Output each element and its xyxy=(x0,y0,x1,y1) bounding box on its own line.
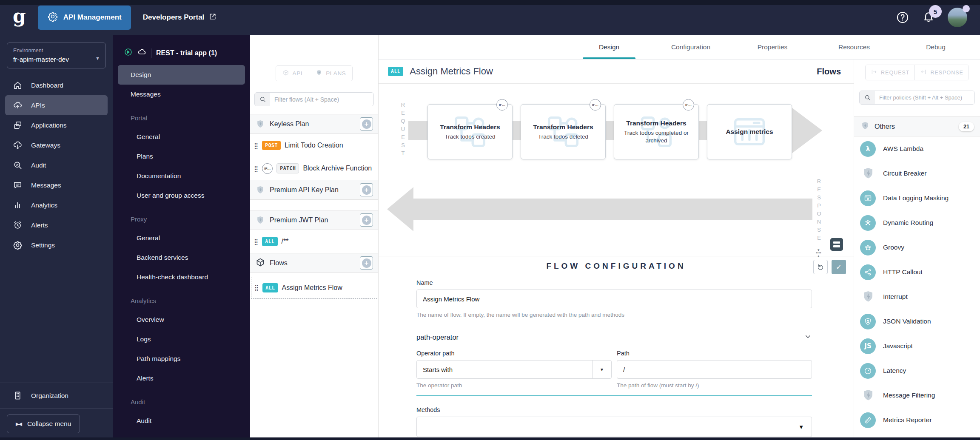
sidebar-item-settings[interactable]: Settings xyxy=(5,235,108,255)
policy-http-callout[interactable]: HTTP Callout xyxy=(854,260,980,284)
flow-configuration-title: FLOW CONFIGURATION xyxy=(379,261,854,271)
method-badge: POST xyxy=(262,141,281,150)
api-nav-item-user-and-group-access[interactable]: User and group access xyxy=(118,186,245,205)
sidebar-item-gateways[interactable]: Gateways xyxy=(5,135,108,155)
sidebar-item-dashboard[interactable]: Dashboard xyxy=(5,75,108,95)
api-nav-item-general[interactable]: General xyxy=(118,228,245,248)
cube-icon xyxy=(255,257,265,267)
flow-step-transform-headers-track-todos-deleted[interactable]: Transform HeadersTrack todos deletedIF… xyxy=(521,104,606,159)
sidebar-item-organization[interactable]: Organization xyxy=(5,386,108,406)
policy-circuit-breaker[interactable]: Circuit Breaker xyxy=(854,161,980,186)
policy-dynamic-routing[interactable]: Dynamic Routing xyxy=(854,210,980,235)
drag-handle-icon[interactable]: ⣿ xyxy=(254,165,258,171)
alarm-icon xyxy=(13,220,23,230)
notifications-button[interactable]: 5 xyxy=(922,10,935,25)
flow-step-assign-metrics[interactable]: Assign metrics xyxy=(707,104,792,159)
policies-filter xyxy=(859,91,975,105)
add-flow-button[interactable]: + xyxy=(360,213,373,227)
policy-latency[interactable]: Latency xyxy=(854,358,980,383)
flows-filter-input[interactable] xyxy=(270,93,373,106)
api-nav-item-messages[interactable]: Messages xyxy=(118,85,245,104)
tab-configuration[interactable]: Configuration xyxy=(658,35,723,59)
external-link-icon xyxy=(208,12,217,23)
user-menu[interactable] xyxy=(948,8,967,27)
shield-plan-icon xyxy=(255,119,265,129)
sidebar-item-label: Dashboard xyxy=(31,82,63,89)
add-flow-button[interactable]: + xyxy=(360,183,373,196)
collapse-menu-button[interactable]: ▶◀ Collapse menu xyxy=(7,414,80,433)
tab-properties[interactable]: Properties xyxy=(740,35,805,59)
tab-debug[interactable]: Debug xyxy=(903,35,968,59)
policy-name: Metrics Reporter xyxy=(883,416,932,424)
environment-select[interactable]: Environment fr-apim-master-dev ▼ xyxy=(7,43,106,68)
plans-toggle-button[interactable]: PLANS xyxy=(309,66,352,81)
plans-toggle-label: PLANS xyxy=(326,70,346,77)
api-nav-item-general[interactable]: General xyxy=(118,127,245,147)
drag-handle-icon[interactable]: ⣿ xyxy=(254,238,258,244)
methods-select[interactable]: ▼ xyxy=(416,417,812,437)
request-response-toggle: REQUEST RESPONSE xyxy=(865,65,969,80)
request-toggle-button[interactable]: REQUEST xyxy=(866,65,914,80)
gravitee-logo[interactable]: g xyxy=(13,8,26,25)
api-nav-item-audit[interactable]: Audit xyxy=(118,411,245,431)
policy-groovy[interactable]: Groovy xyxy=(854,235,980,260)
flow-item-assign-metrics-flow[interactable]: ⣿ALLAssign Metrics Flow xyxy=(251,276,378,299)
api-nav-item-health-check-dashboard[interactable]: Health-check dashboard xyxy=(118,267,245,287)
save-button[interactable]: ✓ xyxy=(832,260,846,274)
api-sync-icon xyxy=(137,48,146,58)
policy-metrics-reporter[interactable]: Metrics Reporter xyxy=(854,408,980,432)
policies-count-badge: 21 xyxy=(959,122,974,131)
sidebar-item-messages[interactable]: Messages xyxy=(5,175,108,195)
developers-portal-link[interactable]: Developers Portal xyxy=(143,12,217,23)
sidebar-item-apis[interactable]: APIs xyxy=(5,95,108,115)
api-nav-item-overview[interactable]: Overview xyxy=(118,310,245,329)
flow-item-block-archive-function[interactable]: ⣿IF…PATCHBlock Archive Function xyxy=(250,157,378,180)
reset-button[interactable] xyxy=(813,260,828,274)
flow-item-limit-todo-creation[interactable]: ⣿POSTLimit Todo Creation xyxy=(250,134,378,157)
shield-plan-icon xyxy=(255,185,265,195)
api-nav-item-path-mappings[interactable]: Path mappings xyxy=(118,349,245,369)
drag-handle-icon[interactable]: ⣿ xyxy=(254,142,258,148)
gear-icon xyxy=(13,240,23,250)
path-operator-expander[interactable]: path-operator xyxy=(416,332,812,342)
flow-step-transform-headers-track-todos-created[interactable]: Transform HeadersTrack todos createdIF… xyxy=(427,104,513,159)
api-nav-item-backend-services[interactable]: Backend services xyxy=(118,248,245,267)
help-button[interactable] xyxy=(896,11,909,24)
policy-aws-lambda[interactable]: λAWS Lambda xyxy=(854,136,980,161)
api-nav-item-documentation[interactable]: Documentation xyxy=(118,166,245,186)
path-input[interactable] xyxy=(617,360,812,379)
sidebar-item-analytics[interactable]: Analytics xyxy=(5,195,108,215)
policy-message-filtering[interactable]: Message Filtering xyxy=(854,383,980,408)
add-flow-button[interactable]: + xyxy=(360,256,373,270)
policies-filter-input[interactable] xyxy=(875,91,974,104)
sidebar-item-applications[interactable]: Applications xyxy=(5,115,108,135)
policy-interrupt[interactable]: Interrupt xyxy=(854,284,980,309)
api-nav-item-plans[interactable]: Plans xyxy=(118,147,245,166)
sidebar-item-audit[interactable]: Audit xyxy=(5,155,108,175)
api-management-button[interactable]: API Management xyxy=(38,6,131,30)
api-nav-item-alerts[interactable]: Alerts xyxy=(118,369,245,388)
section-divider xyxy=(416,395,812,396)
api-nav-item-logs[interactable]: Logs xyxy=(118,329,245,349)
method-badge: PATCH xyxy=(276,163,299,173)
operator-path-select[interactable]: Starts with ▼ xyxy=(416,360,612,379)
policy-data-logging-masking[interactable]: Data Logging Masking xyxy=(854,186,980,210)
sidebar-item-alerts[interactable]: Alerts xyxy=(5,215,108,235)
flow-step-transform-headers-track-todos-completed-or-archived[interactable]: Transform HeadersTrack todos completed o… xyxy=(614,104,699,159)
tab-design[interactable]: Design xyxy=(577,35,641,59)
flow-item-[interactable]: ⣿ALL/** xyxy=(250,230,378,253)
api-toggle-button[interactable]: API xyxy=(276,66,309,81)
policy-javascript[interactable]: JSJavascript xyxy=(854,334,980,358)
api-nav-item-design[interactable]: Design xyxy=(118,65,245,85)
flow-item-label: Assign Metrics Flow xyxy=(282,284,342,292)
add-flow-button[interactable]: + xyxy=(360,117,373,131)
tab-resources[interactable]: Resources xyxy=(822,35,886,59)
response-toggle-button[interactable]: RESPONSE xyxy=(914,65,968,80)
flow-item-label: Limit Todo Creation xyxy=(285,142,343,149)
policies-group-title: Others xyxy=(875,123,895,131)
flow-group-keyless-plan: Keyless Plan+ xyxy=(250,114,378,134)
drag-handle-icon[interactable]: ⣿ xyxy=(254,285,259,291)
flow-name-input[interactable] xyxy=(416,290,812,308)
policy-json-validation[interactable]: JSON Validation xyxy=(854,309,980,334)
compact-view-button[interactable] xyxy=(830,238,843,251)
